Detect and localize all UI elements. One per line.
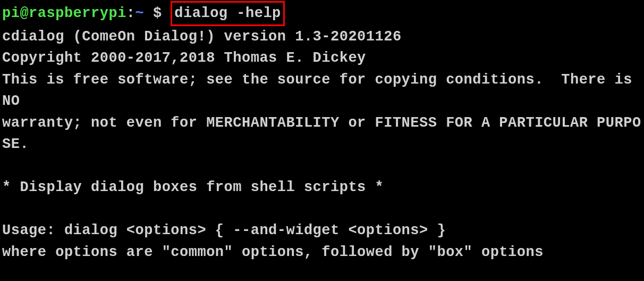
prompt-path: ~ bbox=[135, 5, 153, 21]
output-line: This is free software; see the source fo… bbox=[2, 69, 642, 112]
output-line: Copyright 2000-2017,2018 Thomas E. Dicke… bbox=[2, 47, 642, 69]
output-line bbox=[2, 199, 642, 220]
output-line: Usage: dialog <options> { --and-widget <… bbox=[2, 220, 642, 242]
command-highlight: dialog -help bbox=[171, 1, 284, 26]
prompt-user-host: pi@raspberrypi bbox=[2, 5, 126, 21]
output-line: warranty; not even for MERCHANTABILITY o… bbox=[2, 112, 642, 155]
prompt-dollar: $ bbox=[153, 5, 171, 21]
output-line: where options are "common" options, foll… bbox=[2, 242, 642, 263]
output-line: cdialog (ComeOn Dialog!) version 1.3-202… bbox=[2, 26, 642, 48]
command-text: dialog -help bbox=[174, 5, 281, 21]
prompt-line[interactable]: pi@raspberrypi:~ $ dialog -help bbox=[2, 1, 642, 26]
prompt-colon: : bbox=[126, 5, 135, 21]
output-line bbox=[2, 155, 642, 177]
output-line: * Display dialog boxes from shell script… bbox=[2, 177, 642, 199]
